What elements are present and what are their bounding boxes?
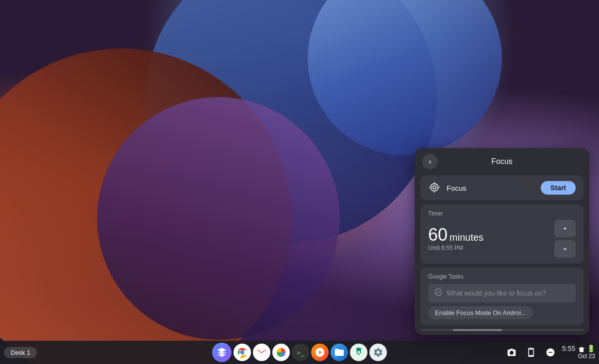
timer-unit: minutes [449, 232, 483, 243]
timer-controls [554, 220, 576, 258]
start-button[interactable]: Start [541, 181, 576, 195]
scroll-indicator [420, 329, 583, 331]
timer-until: Until 6:55 PM [428, 245, 483, 251]
focus-mode-label: Focus [447, 184, 466, 192]
taskbar-app-chrome[interactable] [233, 344, 251, 361]
tasks-section: Google Tasks What would you like to focu… [420, 267, 583, 325]
enable-focus-android-button[interactable]: Enable Focus Mode On Androi... [428, 306, 533, 319]
task-input-row[interactable]: What would you like to focus on? [428, 284, 576, 302]
taskbar-app-labs[interactable] [350, 344, 367, 361]
timer-row: 60 minutes Until 6:55 PM [428, 220, 576, 258]
timer-section: Timer 60 minutes Until 6:55 PM [420, 204, 583, 264]
clock-area[interactable]: 5:55 🔋 Oct 23 [562, 345, 595, 360]
taskbar-app-launcher[interactable] [212, 343, 232, 362]
taskbar-left: Desk 1 [4, 347, 37, 358]
focus-panel: ‹ Focus Focus Start Timer 60 minutes [415, 148, 589, 335]
timer-decrease-button[interactable] [554, 220, 576, 237]
taskbar: Desk 1 [0, 341, 599, 364]
timer-label: Timer [428, 210, 576, 217]
focus-mode-section: Focus Start [420, 175, 583, 200]
do-not-disturb-icon[interactable] [543, 345, 558, 360]
back-button[interactable]: ‹ [422, 154, 438, 169]
taskbar-app-photos[interactable] [272, 344, 290, 361]
taskbar-apps: >_ [212, 343, 387, 362]
svg-rect-3 [356, 348, 361, 349]
timer-increase-button[interactable] [554, 240, 576, 258]
taskbar-app-shortcuts[interactable] [311, 344, 329, 361]
focus-mode-left: Focus [428, 181, 466, 195]
time-text: 5:55 [562, 345, 575, 352]
clock-date: Oct 23 [578, 353, 595, 360]
svg-rect-2 [257, 349, 266, 356]
screenshot-icon[interactable] [504, 345, 519, 360]
focus-mode-icon [428, 181, 442, 195]
scroll-thumb [453, 329, 502, 331]
desk-pill[interactable]: Desk 1 [4, 347, 37, 358]
taskbar-app-settings[interactable] [369, 344, 387, 361]
taskbar-app-files[interactable] [331, 344, 348, 361]
task-input-icon [434, 288, 443, 298]
tasks-label: Google Tasks [428, 273, 576, 280]
panel-header: ‹ Focus [415, 148, 589, 175]
phone-icon[interactable] [523, 345, 539, 360]
timer-display-area: 60 minutes Until 6:55 PM [428, 226, 483, 251]
timer-display: 60 minutes [428, 226, 483, 244]
panel-title: Focus [438, 157, 566, 166]
task-input-placeholder: What would you like to focus on? [447, 289, 546, 297]
taskbar-app-terminal[interactable]: >_ [292, 344, 309, 361]
svg-point-1 [240, 350, 244, 354]
taskbar-right: 5:55 🔋 Oct 23 [504, 345, 595, 360]
clock-time: 5:55 🔋 [562, 345, 595, 353]
taskbar-app-gmail[interactable] [253, 344, 270, 361]
timer-number: 60 [428, 226, 448, 244]
